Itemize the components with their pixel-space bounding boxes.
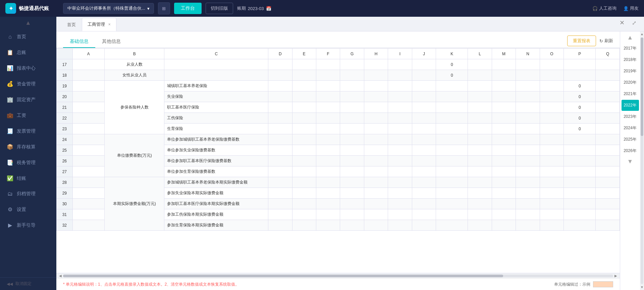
- cell-empty[interactable]: [412, 156, 436, 166]
- cell-empty[interactable]: [268, 177, 292, 188]
- cell-empty[interactable]: [268, 124, 292, 134]
- cell-c[interactable]: 参加生育保险本期实际缴费金额: [164, 220, 268, 231]
- year-item[interactable]: 2026年: [622, 145, 639, 156]
- cell-empty[interactable]: [268, 113, 292, 124]
- cell-k[interactable]: [436, 102, 468, 113]
- cell-q[interactable]: [596, 199, 620, 209]
- cell-q[interactable]: [596, 166, 620, 177]
- cell-empty[interactable]: [412, 124, 436, 134]
- cell-q[interactable]: [596, 188, 620, 199]
- cell-empty[interactable]: [364, 91, 388, 102]
- cell-empty[interactable]: [388, 91, 412, 102]
- cell-p[interactable]: [564, 134, 596, 145]
- cell-empty[interactable]: [516, 188, 540, 199]
- cell-empty[interactable]: [540, 156, 564, 166]
- cell-empty[interactable]: [468, 70, 492, 81]
- cell-empty[interactable]: [316, 124, 340, 134]
- cell-b[interactable]: 本期实际缴费金额(万元): [104, 177, 164, 231]
- cell-empty[interactable]: [340, 145, 364, 156]
- cell-empty[interactable]: [492, 70, 516, 81]
- cell-empty[interactable]: [492, 91, 516, 102]
- cell-empty[interactable]: [516, 199, 540, 209]
- cell-empty[interactable]: [468, 124, 492, 134]
- cell-empty[interactable]: [364, 166, 388, 177]
- cell-empty[interactable]: [516, 145, 540, 156]
- year-scroll-down[interactable]: ▼: [626, 157, 635, 166]
- year-scroll-up[interactable]: ▲: [626, 33, 635, 43]
- cell-empty[interactable]: [388, 177, 412, 188]
- cell-empty[interactable]: [292, 102, 316, 113]
- tab-home[interactable]: 首页: [62, 18, 81, 31]
- cell-empty[interactable]: [364, 156, 388, 166]
- cell-empty[interactable]: [388, 81, 412, 91]
- cell-empty[interactable]: [364, 70, 388, 81]
- sub-tab-other[interactable]: 其他信息: [95, 36, 127, 48]
- cell-q[interactable]: [596, 145, 620, 156]
- cell-empty[interactable]: [412, 81, 436, 91]
- cell-c[interactable]: 参加职工基本医疗保险本期实际缴费金额: [164, 199, 268, 209]
- cell-a[interactable]: [72, 177, 104, 188]
- cell-empty[interactable]: [268, 81, 292, 91]
- sidebar-item-fund[interactable]: 💰 资金管理: [0, 76, 56, 92]
- cell-empty[interactable]: [340, 220, 364, 231]
- cell-empty[interactable]: [516, 59, 540, 70]
- cell-empty[interactable]: [540, 102, 564, 113]
- year-item[interactable]: 2017年: [622, 43, 639, 54]
- company-icon-button[interactable]: ⊞: [158, 2, 170, 14]
- cell-empty[interactable]: [540, 59, 564, 70]
- cell-a[interactable]: [72, 199, 104, 209]
- cell-empty[interactable]: [492, 59, 516, 70]
- cell-empty[interactable]: [268, 220, 292, 231]
- cell-empty[interactable]: [388, 145, 412, 156]
- cell-q[interactable]: [596, 124, 620, 134]
- cell-c[interactable]: 参加失业保险本期实际缴费金额: [164, 188, 268, 199]
- sidebar-item-settings[interactable]: ⚙ 设置: [0, 202, 56, 217]
- cell-empty[interactable]: [388, 156, 412, 166]
- cell-q[interactable]: [596, 220, 620, 231]
- cell-c[interactable]: [164, 59, 268, 70]
- cell-k[interactable]: [436, 156, 468, 166]
- cell-empty[interactable]: [268, 166, 292, 177]
- year-item[interactable]: 2021年: [622, 88, 639, 99]
- cell-empty[interactable]: [412, 134, 436, 145]
- cell-empty[interactable]: [340, 188, 364, 199]
- horizontal-scrollbar[interactable]: ◀ ▶: [56, 273, 620, 278]
- cell-empty[interactable]: [292, 199, 316, 209]
- cell-c[interactable]: 失业保险: [164, 91, 268, 102]
- cell-q[interactable]: [596, 113, 620, 124]
- cell-c[interactable]: 单位参加生育保险缴费基数: [164, 166, 268, 177]
- cell-empty[interactable]: [340, 199, 364, 209]
- company-selector[interactable]: 中审众环会计师事务所（特殊普通合伙... ▾: [63, 3, 154, 14]
- cell-a[interactable]: [72, 124, 104, 134]
- cell-empty[interactable]: [540, 145, 564, 156]
- cell-empty[interactable]: [364, 59, 388, 70]
- cell-empty[interactable]: [364, 177, 388, 188]
- cell-empty[interactable]: [516, 102, 540, 113]
- cell-c[interactable]: 城镇职工基本养老保险: [164, 81, 268, 91]
- reset-report-button[interactable]: 重置报表: [567, 35, 596, 46]
- cell-empty[interactable]: [492, 177, 516, 188]
- cell-q[interactable]: [596, 91, 620, 102]
- cell-empty[interactable]: [364, 113, 388, 124]
- tab-close-icon[interactable]: ×: [108, 22, 111, 27]
- cell-empty[interactable]: [292, 70, 316, 81]
- cell-empty[interactable]: [292, 124, 316, 134]
- sidebar-pin-button[interactable]: ◀◀ 取消固定: [0, 277, 56, 290]
- cell-empty[interactable]: [540, 188, 564, 199]
- cell-empty[interactable]: [340, 209, 364, 220]
- cell-empty[interactable]: [364, 188, 388, 199]
- cell-b[interactable]: 参保各险种人数: [104, 81, 164, 134]
- sidebar-item-payroll[interactable]: 💼 工资: [0, 107, 56, 123]
- cell-q[interactable]: [596, 81, 620, 91]
- cell-empty[interactable]: [388, 124, 412, 134]
- v-scroll-up-arrow[interactable]: ▲: [640, 31, 644, 37]
- cell-a[interactable]: [72, 102, 104, 113]
- cell-empty[interactable]: [388, 59, 412, 70]
- cell-empty[interactable]: [292, 81, 316, 91]
- cell-p[interactable]: 0: [564, 113, 596, 124]
- cell-b[interactable]: 女性从业人员: [104, 70, 164, 81]
- cell-empty[interactable]: [468, 220, 492, 231]
- cell-c[interactable]: 单位参加城镇职工基本养老保险缴费基数: [164, 134, 268, 145]
- cell-k[interactable]: 0: [436, 70, 468, 81]
- cell-empty[interactable]: [468, 81, 492, 91]
